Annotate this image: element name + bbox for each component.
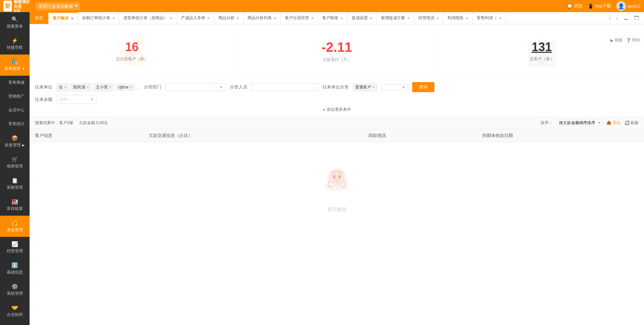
tab-customer-tier[interactable]: 客户分层经营 × — [281, 12, 318, 24]
tab-close-product-inbound[interactable]: × — [207, 16, 210, 21]
sidebar-item-basic-info[interactable]: ℹ️ 基础信息 — [0, 258, 30, 279]
sidebar-item-retail-stats[interactable]: 零售统计 — [0, 117, 30, 131]
tab-label-product-analysis-list: 商品分析列表 — [248, 15, 272, 21]
tab-retail-profit[interactable]: 零售利润（ × — [473, 12, 506, 24]
sidebar-label-retail-stats: 零售统计 — [8, 121, 25, 126]
sidebar-item-search[interactable]: 🔍 搜索菜单 — [0, 12, 30, 33]
tab-close-product-analysis[interactable]: × — [237, 16, 239, 21]
tab-close-operations[interactable]: × — [436, 16, 439, 21]
category-tags: 普通客户 × — [353, 83, 377, 91]
sidebar-label-inventory: 库存核算 — [7, 206, 23, 211]
tab-home[interactable]: 首页 — [30, 12, 49, 24]
tab-commission-settings[interactable]: 提成设置 × — [348, 12, 377, 24]
unit-tag-wang-text: 王小亮 — [96, 84, 108, 90]
sidebar-item-operations[interactable]: 📈 经营管理 — [0, 237, 30, 258]
tab-close-purchase-order[interactable]: × — [112, 16, 115, 21]
sidebar-item-new-guide[interactable]: 🎯 新手引导 — [0, 322, 30, 325]
sidebar-item-retail-store[interactable]: 零售商城 — [0, 76, 30, 89]
unit-tag-chen-remove[interactable]: × — [87, 85, 89, 89]
tab-scroll-left[interactable]: ‹ — [607, 15, 612, 21]
empty-state: 暂无数据 — [30, 142, 644, 233]
search-icon: 🔍 — [2, 16, 28, 23]
category-tag-text: 普通客户 — [355, 84, 371, 90]
home-tab-label: 首页 — [35, 15, 43, 21]
sidebar-item-purchase[interactable]: 📋 采购管理 — [0, 173, 30, 194]
message-label: 消息 — [574, 3, 583, 9]
filter-more-btn[interactable]: ... — [136, 85, 140, 89]
tab-close-retail-profit[interactable]: × — [499, 16, 502, 21]
tab-close-customer-contact[interactable]: × — [340, 16, 343, 21]
message-btn[interactable]: 💬 消息 — [567, 3, 583, 9]
tab-product-inbound[interactable]: 产成品入库单 × — [177, 12, 214, 24]
download-btn[interactable]: 📱 App下载 — [588, 3, 611, 9]
sidebar-item-retail-mgmt[interactable]: 🛍️ 零售管理 ▼ — [0, 55, 30, 76]
inventory-icon: 🏭 — [2, 198, 28, 205]
tab-product-analysis-list[interactable]: 商品分析列表 × — [244, 12, 281, 24]
tab-close-customer-tier[interactable]: × — [311, 16, 314, 21]
video-action[interactable]: ▶ 视频 — [610, 37, 622, 43]
username: demo2 — [627, 4, 641, 9]
tab-minimize[interactable]: 🗕 — [621, 15, 631, 21]
sidebar-item-system[interactable]: ⚙️ 系统管理 — [0, 279, 30, 300]
sidebar-label-marketing: 营销推广 — [8, 94, 25, 99]
tab-maximize[interactable]: 🗖 — [632, 15, 641, 21]
main-layout: 🔍 搜索菜单 ⚡ 快捷导航 🛍️ 零售管理 ▼ 零售商城 营销推广 会员中心 — [0, 12, 644, 325]
category-tag-remove[interactable]: × — [373, 85, 375, 89]
tab-add-commission[interactable]: 新增提成方案 × — [377, 12, 414, 24]
tab-customer-contact[interactable]: 客户联络 × — [318, 12, 347, 24]
sidebar-item-inventory[interactable]: 🏭 库存核算 — [0, 194, 30, 216]
help-action[interactable]: ❓ 帮助 — [626, 37, 640, 43]
stat-total-customers-label: 总客户（家） — [530, 56, 554, 62]
content-area: 首页 客户账本 × 采购订单统计表 × 进货单统计表（按商品） × 产成品入库单… — [30, 12, 644, 325]
sort-select[interactable]: 按欠款金额倒序排序 — [557, 119, 602, 126]
sidebar-item-wholesale[interactable]: 📦 批发管理 ▶ — [0, 131, 30, 152]
collapse-btn[interactable]: ∧ 收起更多条件 — [35, 107, 639, 112]
export-btn[interactable]: 📤 导出 — [606, 120, 620, 126]
tab-operations[interactable]: 经营情况 × — [414, 12, 443, 24]
tab-purchase-order[interactable]: 采购订单统计表 × — [78, 12, 119, 24]
dept-extra-icon: ··· — [215, 85, 218, 89]
query-button[interactable]: 查询 — [412, 82, 434, 92]
chevron-right-icon: ▶ — [22, 143, 25, 147]
sidebar-item-member[interactable]: 会员中心 — [0, 103, 30, 117]
table-header-row: 客户信息 欠款交易信息（占比） 回款情况 到期未收款日期 — [30, 129, 644, 142]
sidebar: 🔍 搜索菜单 ⚡ 快捷导航 🛍️ 零售管理 ▼ 零售商城 营销推广 会员中心 — [0, 12, 30, 325]
tab-customer-book[interactable]: 客户账本 × — [49, 12, 78, 24]
category-dropdown[interactable]: ▼ — [381, 84, 408, 90]
person-selector[interactable]: ··· — [251, 83, 318, 91]
stat-credit-amount-value: -2.11 — [321, 40, 352, 55]
tab-close-purchase-stat[interactable]: × — [170, 16, 172, 21]
tab-purchase-stat[interactable]: 进货单统计表（按商品） × — [119, 12, 177, 24]
unit-tag-cj-remove[interactable]: × — [130, 85, 132, 89]
tab-product-analysis[interactable]: 商品分析 × — [214, 12, 244, 24]
app-title: 畅捷通好生意 — [14, 0, 33, 9]
sidebar-item-quick-nav[interactable]: ⚡ 快捷导航 — [0, 33, 30, 55]
tab-label-purchase-stat: 进货单统计表（按商品） — [123, 15, 168, 21]
tab-close-add-commission[interactable]: × — [407, 16, 410, 21]
refresh-btn[interactable]: 🔄 刷新 — [625, 120, 639, 126]
sidebar-item-finance[interactable]: 💰 资金管理 — [0, 216, 30, 237]
sidebar-label-wholesale: 批发管理 — [5, 143, 21, 147]
tab-controls: ‹ › 🗕 🗖 — [607, 15, 644, 21]
tab-close-profit-report[interactable]: × — [466, 16, 468, 21]
tab-scroll-right[interactable]: › — [614, 15, 620, 21]
unit-tag-wu-remove[interactable]: × — [64, 85, 67, 89]
retail-mgmt-icon: 🛍️ — [2, 59, 28, 65]
purchase-icon: 📋 — [2, 177, 28, 184]
workspace-selector[interactable]: 母婴行业演示帐套 — [36, 2, 80, 10]
sidebar-item-marketing[interactable]: 营销推广 — [0, 89, 30, 103]
tab-close-customer-book[interactable]: × — [71, 16, 74, 21]
tab-close-commission-settings[interactable]: × — [370, 16, 373, 21]
tab-profit-report[interactable]: 利润报告 × — [443, 12, 473, 24]
sidebar-item-enterprise-coop[interactable]: 🤝 企业协同 — [0, 300, 30, 322]
empty-state-icon — [320, 162, 354, 203]
remain-selector[interactable]: 选择... ▼ — [56, 95, 97, 104]
sidebar-item-ecommerce[interactable]: 🛒 电商管理 — [0, 152, 30, 173]
svg-point-6 — [339, 176, 341, 178]
unit-tag-wang-remove[interactable]: × — [109, 85, 112, 89]
dept-label: 分管部门 — [144, 84, 161, 90]
tab-close-product-analysis-list[interactable]: × — [274, 16, 276, 21]
dept-selector[interactable]: ··· ▼ — [165, 83, 226, 91]
unit-tag-wu-text: 伍 — [59, 84, 63, 90]
user-menu[interactable]: 👤 demo2 — [616, 1, 641, 11]
